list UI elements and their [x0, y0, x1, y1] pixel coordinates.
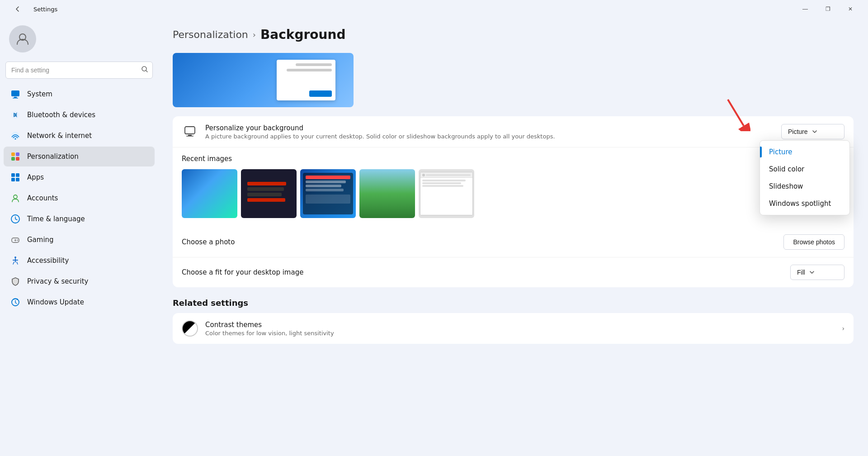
- accessibility-icon: [10, 255, 21, 266]
- back-button[interactable]: [7, 2, 28, 16]
- recent-images-grid: [182, 169, 844, 218]
- update-icon: [10, 297, 21, 308]
- titlebar-left: Settings: [7, 2, 57, 16]
- search-container: [5, 62, 153, 79]
- search-input[interactable]: [5, 62, 153, 79]
- sidebar-item-label: Accessibility: [27, 256, 69, 265]
- fit-value: Fill: [797, 269, 805, 276]
- contrast-themes-sub: Color themes for low vision, light sensi…: [205, 330, 842, 337]
- dropdown-value: Picture: [788, 128, 808, 135]
- fit-dropdown-chevron-icon: [809, 269, 815, 276]
- app-body: System Bluetooth & devices: [0, 18, 868, 456]
- fit-dropdown[interactable]: Fill: [790, 265, 844, 280]
- system-icon: [10, 89, 21, 100]
- sidebar-item-network[interactable]: Network & internet: [4, 126, 155, 146]
- recent-image-4[interactable]: [359, 169, 415, 218]
- recent-image-3[interactable]: [300, 169, 356, 218]
- choose-photo-text: Choose a photo: [182, 238, 783, 246]
- browse-photos-button[interactable]: Browse photos: [783, 234, 844, 250]
- related-settings-card: Contrast themes Color themes for low vis…: [173, 313, 854, 344]
- preview-btn-mock: [309, 90, 332, 97]
- sidebar-item-update[interactable]: Windows Update: [4, 292, 155, 312]
- svg-rect-15: [11, 178, 15, 181]
- dropdown-solid-wrap: Solid color: [760, 161, 849, 178]
- svg-rect-11: [11, 157, 15, 161]
- content-area: Personalization › Background: [158, 18, 868, 456]
- sidebar-item-privacy[interactable]: Privacy & security: [4, 271, 155, 291]
- breadcrumb: Personalization › Background: [173, 27, 854, 42]
- svg-point-26: [14, 256, 16, 258]
- recent-images-title: Recent images: [182, 155, 844, 163]
- dropdown-option-picture[interactable]: Picture: [760, 143, 849, 161]
- choose-fit-label: Choose a fit for your desktop image: [182, 268, 790, 276]
- contrast-themes-row[interactable]: Contrast themes Color themes for low vis…: [173, 313, 854, 344]
- breadcrumb-parent[interactable]: Personalization: [173, 29, 248, 40]
- recent-image-5[interactable]: [419, 169, 474, 218]
- titlebar: Settings — ❐ ✕: [0, 0, 868, 18]
- dropdown-option-slideshow[interactable]: Slideshow: [760, 178, 849, 195]
- sidebar-item-time[interactable]: Time & language: [4, 209, 155, 229]
- personalize-row: Personalize your background A picture ba…: [173, 116, 854, 147]
- gaming-icon: [10, 234, 21, 245]
- svg-rect-14: [16, 173, 19, 177]
- recent-image-1[interactable]: [182, 169, 237, 218]
- recent-image-2[interactable]: [241, 169, 297, 218]
- svg-point-24: [17, 239, 18, 240]
- svg-rect-12: [16, 157, 19, 161]
- contrast-themes-text: Contrast themes Color themes for low vis…: [205, 321, 842, 337]
- close-button[interactable]: ✕: [840, 2, 861, 16]
- dropdown-option-spotlight[interactable]: Windows spotlight: [760, 195, 849, 212]
- svg-point-17: [14, 195, 17, 199]
- network-icon: [10, 130, 21, 141]
- accounts-icon: [10, 193, 21, 204]
- dropdown-spotlight-wrap: Windows spotlight: [760, 195, 849, 212]
- svg-rect-3: [11, 90, 19, 96]
- contrast-circle-icon: [182, 320, 198, 337]
- choose-fit-text: Choose a fit for your desktop image: [182, 268, 790, 276]
- personalize-card: Personalize your background A picture ba…: [173, 116, 854, 287]
- personalize-dropdown[interactable]: Picture: [781, 124, 844, 139]
- related-settings-title: Related settings: [173, 298, 854, 308]
- sidebar-item-accounts[interactable]: Accounts: [4, 188, 155, 208]
- sidebar-item-label: Time & language: [27, 215, 85, 223]
- sidebar-item-label: Gaming: [27, 236, 54, 244]
- preview-line-1: [296, 63, 332, 66]
- svg-rect-9: [11, 152, 15, 156]
- contrast-themes-action: ›: [842, 325, 844, 332]
- minimize-button[interactable]: —: [795, 2, 816, 16]
- profile-section: [4, 18, 155, 62]
- choose-fit-action: Fill: [790, 265, 844, 280]
- app-title: Settings: [33, 6, 57, 13]
- svg-rect-13: [11, 173, 15, 177]
- sidebar-item-label: Bluetooth & devices: [27, 111, 95, 119]
- window-controls: — ❐ ✕: [795, 2, 861, 16]
- dropdown-option-solid[interactable]: Solid color: [760, 161, 849, 178]
- personalize-action: Picture: [781, 124, 844, 139]
- privacy-icon: [10, 276, 21, 287]
- svg-rect-4: [14, 97, 17, 98]
- sidebar-item-personalization[interactable]: Personalization: [4, 147, 155, 166]
- sidebar-item-bluetooth[interactable]: Bluetooth & devices: [4, 105, 155, 125]
- personalize-text: Personalize your background A picture ba…: [205, 124, 781, 140]
- background-type-dropdown: Picture Solid color Slideshow Windows sp…: [760, 140, 850, 215]
- sidebar-item-label: Personalization: [27, 152, 79, 161]
- apps-icon: [10, 172, 21, 183]
- dropdown-chevron-icon: [811, 128, 818, 135]
- breadcrumb-current: Background: [260, 27, 345, 42]
- sidebar-item-label: Network & internet: [27, 132, 92, 140]
- preview-window-overlay: [277, 60, 335, 100]
- svg-rect-32: [188, 135, 192, 136]
- contrast-themes-chevron-icon: ›: [842, 325, 844, 332]
- svg-point-8: [15, 138, 16, 140]
- svg-rect-31: [185, 127, 195, 134]
- sidebar: System Bluetooth & devices: [0, 18, 158, 456]
- sidebar-item-apps[interactable]: Apps: [4, 167, 155, 187]
- svg-rect-10: [16, 152, 19, 156]
- maximize-button[interactable]: ❐: [817, 2, 838, 16]
- sidebar-item-gaming[interactable]: Gaming: [4, 230, 155, 250]
- contrast-themes-icon: [182, 320, 198, 337]
- sidebar-item-system[interactable]: System: [4, 84, 155, 104]
- preview-section: [173, 53, 854, 107]
- sidebar-item-accessibility[interactable]: Accessibility: [4, 251, 155, 271]
- personalize-icon: [182, 124, 198, 140]
